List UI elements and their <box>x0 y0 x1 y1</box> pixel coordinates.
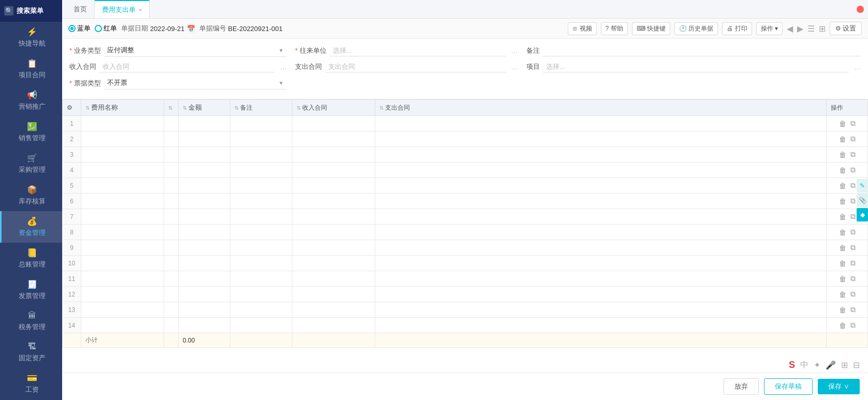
cell-expense-name-11[interactable] <box>81 271 164 287</box>
copy-btn-6[interactable]: ⧉ <box>849 196 857 206</box>
sidebar-item-quick-nav[interactable]: ⚡快捷导航 <box>0 22 62 53</box>
cell-expense-1[interactable] <box>375 116 827 131</box>
wm-icon-1[interactable]: 中 <box>800 360 808 371</box>
cell-amount-4[interactable] <box>179 162 230 178</box>
cell-income-4[interactable] <box>292 162 375 178</box>
th-sort[interactable]: ⇅ <box>164 100 179 116</box>
cell-expense-name-4[interactable] <box>81 162 164 178</box>
save-draft-button[interactable]: 保存草稿 <box>764 378 813 395</box>
sort-icon-remark[interactable]: ⇅ <box>234 105 239 111</box>
cell-expense-name-12[interactable] <box>81 287 164 302</box>
cell-income-2[interactable] <box>292 131 375 147</box>
cell-expense-4[interactable] <box>375 162 827 178</box>
cell-expense-9[interactable] <box>375 240 827 256</box>
sidebar-item-project-contract[interactable]: 📋项目合同 <box>0 53 62 85</box>
wm-icon-5[interactable]: ⊟ <box>853 360 860 370</box>
cell-expense-name-13[interactable] <box>81 302 164 318</box>
cell-remark-13[interactable] <box>230 302 292 318</box>
cell-amount-1[interactable] <box>179 116 230 131</box>
delete-btn-13[interactable]: 🗑 <box>838 305 847 315</box>
cell-amount-5[interactable] <box>179 178 230 194</box>
cell-expense-11[interactable] <box>375 271 827 287</box>
cell-expense-5[interactable] <box>375 178 827 194</box>
income-contract-input[interactable] <box>99 61 275 72</box>
float-edit-btn[interactable]: ✎ <box>857 179 868 192</box>
cell-expense-name-5[interactable] <box>81 178 164 194</box>
nav-right-icon[interactable]: ▶ <box>797 24 803 34</box>
history-btn[interactable]: 🕐 历史单据 <box>674 22 718 35</box>
income-contract-dots[interactable]: … <box>280 63 287 71</box>
project-input[interactable] <box>543 61 849 72</box>
copy-btn-14[interactable]: ⧉ <box>849 320 857 331</box>
cell-remark-3[interactable] <box>230 147 292 162</box>
cell-remark-1[interactable] <box>230 116 292 131</box>
sidebar-item-marketing[interactable]: 📢营销推广 <box>0 85 62 116</box>
nav-left-icon[interactable]: ◀ <box>787 24 793 34</box>
wm-icon-2[interactable]: ✦ <box>814 360 820 370</box>
print-btn[interactable]: 🖨 打印 <box>722 22 752 35</box>
cell-remark-4[interactable] <box>230 162 292 178</box>
project-dots[interactable]: … <box>854 63 861 71</box>
blue-radio[interactable]: 蓝单 <box>68 24 91 33</box>
partner-dots[interactable]: … <box>511 47 518 54</box>
cell-amount-3[interactable] <box>179 147 230 162</box>
delete-btn-3[interactable]: 🗑 <box>838 150 847 160</box>
delete-btn-1[interactable]: 🗑 <box>838 118 847 129</box>
th-config[interactable]: ⚙ <box>63 100 81 116</box>
float-clip-btn[interactable]: 📎 <box>857 194 868 207</box>
delete-btn-5[interactable]: 🗑 <box>838 181 847 191</box>
cell-amount-11[interactable] <box>179 271 230 287</box>
cell-expense-name-14[interactable] <box>81 318 164 333</box>
cell-amount-9[interactable] <box>179 240 230 256</box>
delete-btn-11[interactable]: 🗑 <box>838 274 847 284</box>
copy-btn-12[interactable]: ⧉ <box>849 289 857 300</box>
sidebar-header[interactable]: 🔍 搜索菜单 <box>0 0 62 22</box>
cell-amount-13[interactable] <box>179 302 230 318</box>
delete-btn-14[interactable]: 🗑 <box>838 320 847 331</box>
discard-button[interactable]: 放弃 <box>724 378 759 395</box>
cell-remark-12[interactable] <box>230 287 292 302</box>
cell-income-7[interactable] <box>292 209 375 225</box>
window-close-btn[interactable] <box>857 6 864 13</box>
business-type-select[interactable]: 应付调整 ▼ <box>104 44 287 57</box>
sidebar-item-payroll[interactable]: 💳工资 <box>0 368 62 399</box>
cell-income-14[interactable] <box>292 318 375 333</box>
cell-income-6[interactable] <box>292 194 375 209</box>
cell-remark-9[interactable] <box>230 240 292 256</box>
sort-icon-amount[interactable]: ⇅ <box>183 105 187 111</box>
cell-income-9[interactable] <box>292 240 375 256</box>
cell-expense-name-8[interactable] <box>81 225 164 240</box>
cell-income-5[interactable] <box>292 178 375 194</box>
copy-btn-7[interactable]: ⧉ <box>849 211 857 222</box>
copy-btn-8[interactable]: ⧉ <box>849 227 857 238</box>
cell-expense-name-10[interactable] <box>81 256 164 271</box>
cell-remark-10[interactable] <box>230 256 292 271</box>
copy-btn-5[interactable]: ⧉ <box>849 180 857 191</box>
cell-income-3[interactable] <box>292 147 375 162</box>
cell-amount-6[interactable] <box>179 194 230 209</box>
cell-expense-name-7[interactable] <box>81 209 164 225</box>
cell-remark-5[interactable] <box>230 178 292 194</box>
sidebar-item-fixed-assets[interactable]: 🏗固定资产 <box>0 337 62 368</box>
cell-income-8[interactable] <box>292 225 375 240</box>
cell-remark-11[interactable] <box>230 271 292 287</box>
shortcut-btn[interactable]: ⌨ 快捷键 <box>632 22 670 35</box>
cell-income-11[interactable] <box>292 271 375 287</box>
expense-contract-input[interactable] <box>325 61 506 72</box>
sidebar-item-tax[interactable]: 🏛税务管理 <box>0 306 62 337</box>
sidebar-item-funds[interactable]: 💰资金管理 <box>0 211 62 243</box>
sidebar-item-accounting[interactable]: 📒总账管理 <box>0 243 62 274</box>
cell-remark-8[interactable] <box>230 225 292 240</box>
copy-btn-10[interactable]: ⧉ <box>849 258 857 269</box>
sort-icon-income[interactable]: ⇅ <box>297 105 301 111</box>
cell-expense-7[interactable] <box>375 209 827 225</box>
sidebar-item-invoice[interactable]: 🧾发票管理 <box>0 274 62 306</box>
cell-remark-6[interactable] <box>230 194 292 209</box>
cell-income-13[interactable] <box>292 302 375 318</box>
cell-expense-12[interactable] <box>375 287 827 302</box>
cell-expense-6[interactable] <box>375 194 827 209</box>
copy-btn-13[interactable]: ⧉ <box>849 304 857 315</box>
cell-income-10[interactable] <box>292 256 375 271</box>
cell-expense-8[interactable] <box>375 225 827 240</box>
cell-expense-13[interactable] <box>375 302 827 318</box>
